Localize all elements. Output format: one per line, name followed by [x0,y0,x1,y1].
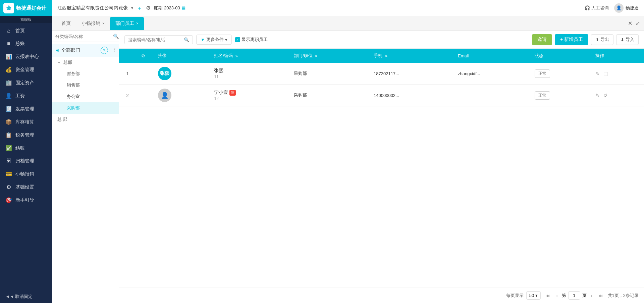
user-name: 畅捷通 [626,5,639,11]
page-first-button[interactable]: ⏮ [543,292,552,299]
sidebar-item-ledger[interactable]: ≡ 总账 [0,37,52,50]
show-resign-checkbox[interactable]: ✓ [235,37,240,42]
cell-name-1: 张熙 11 [209,63,288,85]
dept-grid-icon: ⊞ [55,48,59,53]
settings-button[interactable]: ⚙ [146,5,151,11]
sort-dept-icon[interactable]: ⇅ [315,54,317,58]
tab-expense-close[interactable]: × [102,21,105,26]
cell-avatar-1: 张熙 [153,63,209,85]
dept-collapse-icon[interactable]: 《 [111,48,115,53]
tab-right-icons: ✕ ⤢ [628,20,640,27]
page-word: 页 [582,293,587,299]
col-settings[interactable]: ⚙ [136,49,153,63]
sort-name-icon[interactable]: ⇅ [235,54,238,58]
col-dept-position[interactable]: 部门/职位 ⇅ [288,49,368,63]
export-button[interactable]: ⬆ 导出 [591,34,613,45]
sidebar-item-payroll[interactable]: 👤 工资 [0,89,52,102]
guide-icon: 🎯 [5,197,12,203]
edit-button-2[interactable]: ✎ [595,93,599,98]
edit-button-1[interactable]: ✎ [595,71,599,76]
sidebar-item-archive[interactable]: 🗄 归档管理 [0,155,52,167]
tab-dept-employee[interactable]: 部门员工 × [110,17,144,30]
company-name: 江西服宝精品有限责任公司内账张 [57,5,128,11]
import-button[interactable]: ⬇ 导入 [616,34,639,45]
dept-node-purchase-label: 采购部 [67,105,80,110]
dept-node-finance[interactable]: 财务部 [52,68,119,80]
invite-button[interactable]: 邀请 [532,34,552,45]
dept-node-head[interactable]: ▼ 总部 [52,57,119,68]
cell-email-2 [452,85,529,106]
dept-edit-button[interactable]: ✎ [101,47,108,54]
page-nav: ⏮ ‹ 第 页 › ⏭ [543,291,605,300]
tab-home[interactable]: 首页 [56,17,76,30]
support-button[interactable]: 🎧 人工咨询 [585,5,609,11]
tab-maximize-icon[interactable]: ⤢ [636,20,640,27]
tab-dept-employee-close[interactable]: × [136,21,139,26]
page-input[interactable] [568,291,580,300]
dept-node-office-label: 办公室 [67,94,80,99]
company-dropdown-icon[interactable]: ▾ [131,6,133,10]
page-next-button[interactable]: › [589,292,594,299]
filter-button[interactable]: ▼ 更多条件 ▾ [196,35,232,45]
dept-search-icon[interactable]: 🔍 [113,34,119,39]
support-label: 人工咨询 [591,5,609,11]
employee-search-icon[interactable]: 🔍 [184,37,189,42]
page-current-label: 第 [562,293,566,299]
main-area: 江西服宝精品有限责任公司内账张 ▾ ＋ ⚙ 账期 2023-03 ▦ 🎧 人工咨… [52,0,644,303]
user-avatar: 👤 [614,3,624,13]
sidebar-item-invoice[interactable]: 🧾 发票管理 [0,102,52,115]
page-last-button[interactable]: ⏭ [596,292,605,299]
headset-icon: 🎧 [585,5,590,10]
sidebar-item-tax[interactable]: 📋 税务管理 [0,129,52,142]
sidebar-item-home[interactable]: ⌂ 首页 [0,24,52,37]
sidebar-item-expense[interactable]: 💳 小畅报销 [0,167,52,181]
cell-status-1: 正常 [529,63,590,85]
sidebar-item-fixed-assets[interactable]: 🏢 固定资产 [0,76,52,89]
dept-all-header[interactable]: ⊞ 全部部门 ✎ 《 [52,44,119,57]
sidebar-item-inventory[interactable]: 📦 库存核算 [0,115,52,129]
sidebar-item-label-guide: 新手引导 [15,197,34,203]
dept-node-general[interactable]: 总 部 [52,114,119,125]
add-company-button[interactable]: ＋ [137,4,143,12]
sidebar-unpin-button[interactable]: ◄◄ 取消固定 [0,290,52,303]
sidebar-item-funds[interactable]: 💰 资金管理 [0,63,52,76]
add-employee-button[interactable]: + 新增员工 [555,34,588,45]
page-total-label: 共1页，2条记录 [608,293,639,299]
calendar-icon[interactable]: ▦ [181,5,185,10]
col-phone[interactable]: 手机 ⇅ [368,49,452,63]
sidebar-edition: 旗舰版 [0,16,52,23]
sidebar-item-guide[interactable]: 🎯 新手引导 [0,194,52,207]
col-actions: 操作 [590,49,644,63]
dept-node-office[interactable]: 办公室 [52,91,119,102]
cell-avatar-2: 👤 [153,85,209,106]
cell-index-1: 1 [119,63,136,85]
sidebar-item-settings[interactable]: ⚙ 基础设置 [0,181,52,194]
user-menu[interactable]: 👤 畅捷通 [614,3,639,13]
dept-node-purchase[interactable]: 采购部 [52,102,119,114]
page-prev-button[interactable]: ‹ [554,292,560,299]
tab-expense[interactable]: 小畅报销 × [76,17,110,30]
sort-phone-icon[interactable]: ⇅ [385,54,387,58]
employee-name-1: 张熙 [214,68,283,74]
employee-search-input[interactable] [128,37,182,42]
home-icon: ⌂ [5,28,12,34]
exit-button-1[interactable]: ⬚ [603,71,608,76]
content-area: 🔍 ⊞ 全部部门 ✎ 《 ▼ 总部 财务部 销售部 [52,31,644,303]
dept-search-input[interactable] [55,34,112,39]
expense-icon: 💳 [5,171,12,177]
sidebar-item-checkout[interactable]: ✅ 结账 [0,142,52,155]
sidebar-item-reports[interactable]: 📊 云报表中心 [0,50,52,63]
cell-settings-1 [136,63,153,85]
unpin-label: ◄◄ 取消固定 [5,294,33,300]
show-resign-toggle[interactable]: ✓ 显示离职员工 [235,37,268,43]
col-name-code[interactable]: 姓名/编码 ⇅ [209,49,288,63]
app-logo-icon: 会 [3,3,14,13]
sidebar-item-label-expense: 小畅报销 [15,171,34,177]
dept-node-sales[interactable]: 销售部 [52,80,119,91]
employee-table-container: ⚙ 头像 姓名/编码 ⇅ 部门/职位 ⇅ 手机 ⇅ Email 状态 操作 [119,49,644,288]
table-row: 2 👤 宁小壹 应 [119,85,644,106]
refresh-button-2[interactable]: ↺ [603,93,607,98]
page-size-select[interactable]: 50 ▾ [526,291,541,300]
col-avatar: 头像 [153,49,209,63]
tab-close-window-icon[interactable]: ✕ [628,20,632,27]
